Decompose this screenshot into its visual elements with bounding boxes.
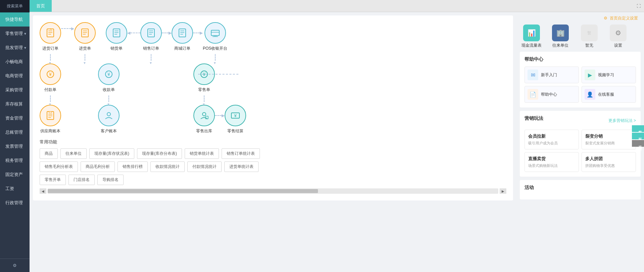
btn-contacts[interactable]: 往来单位 xyxy=(60,148,87,159)
sidebar-item-wholesale[interactable]: 批发管理 ▼ xyxy=(0,41,30,55)
contacts-icon: 🏢 xyxy=(552,25,569,41)
content-area: 进货订单 ▶ 进货单 xyxy=(30,12,644,272)
activity-card: 活动 xyxy=(520,180,641,199)
scroll-right-button[interactable]: ▶ xyxy=(500,188,506,194)
qa-contacts[interactable]: 🏢 往来单位 xyxy=(549,25,572,48)
sidebar-item-ecommerce-mgmt[interactable]: 电商管理 xyxy=(0,69,30,83)
svg-rect-12 xyxy=(148,29,154,37)
scroll-thumb xyxy=(48,189,318,193)
node-receipt: ¥ 收款单 xyxy=(98,63,120,102)
marketing-item-live[interactable]: 直播卖货 场景式购物新玩法 xyxy=(524,152,579,172)
gear-icon: ⚙ xyxy=(604,16,608,20)
btn-retail-order[interactable]: 零售开单 xyxy=(40,175,66,185)
node-sales-slip: 销货单 xyxy=(106,22,127,51)
svg-rect-16 xyxy=(179,29,186,37)
sidebar-item-fixed-assets[interactable]: 固定资产 xyxy=(0,168,30,182)
search-menu-button[interactable]: 搜索菜单 xyxy=(0,0,30,12)
cashflow-icon: 📊 xyxy=(523,25,540,41)
btn-payment-stat[interactable]: 付款情况统计 xyxy=(187,162,222,172)
quick-access-area: 📊 现金流量表 🏢 往来单位 暂 暂无 ⚙ 设置 xyxy=(520,25,641,48)
activity-title: 活动 xyxy=(524,185,636,191)
horizontal-scrollbar: ◀ ▶ xyxy=(40,188,506,194)
right-panel: ⚙ 首页自定义设置 📊 现金流量表 🏢 往来单位 暂 暂无 ⚙ xyxy=(516,12,644,272)
node-retail-outbound: 零售出库 xyxy=(193,105,215,134)
help-center-title: 帮助中心 xyxy=(524,56,636,62)
scroll-track[interactable] xyxy=(48,188,498,194)
btn-store-rank[interactable]: 门店排名 xyxy=(68,175,95,185)
svg-point-36 xyxy=(202,112,206,116)
scroll-left-button[interactable]: ◀ xyxy=(40,188,46,194)
tab-home[interactable]: 首页 xyxy=(30,0,52,12)
gear-icon: ⚙ xyxy=(13,263,17,268)
common-functions-title: 常用功能 xyxy=(40,139,506,145)
sidebar-item-general-ledger[interactable]: 总账管理 xyxy=(0,125,30,139)
customize-header[interactable]: ⚙ 首页自定义设置 xyxy=(520,15,641,21)
docs-icon: 📄 xyxy=(527,89,538,100)
node-payment: ¥ 付款单 xyxy=(40,63,61,102)
sidebar-settings-button[interactable]: ⚙ xyxy=(0,259,30,272)
marketing-item-fission[interactable]: 裂变分销 裂变式发展分销商 xyxy=(582,130,636,149)
sidebar-item-retail[interactable]: 零售管理 ▼ xyxy=(0,27,30,41)
left-panel: 进货订单 ▶ 进货单 xyxy=(30,12,516,272)
svg-point-35 xyxy=(107,112,110,116)
help-item-support[interactable]: 👤 在线客服 xyxy=(582,86,636,103)
sidebar-item-ecommerce-small[interactable]: 小畅电商 xyxy=(0,55,30,69)
beginner-icon: ✉ xyxy=(527,70,538,80)
btn-guide-rank[interactable]: 导购排名 xyxy=(97,175,124,185)
btn-sales-profit[interactable]: 销售毛利分析表 xyxy=(40,162,78,172)
support-icon: 👤 xyxy=(585,89,595,100)
sidebar-item-salary[interactable]: 工资 xyxy=(0,182,30,196)
arrow-right-2: ▶ xyxy=(162,22,172,44)
sidebar: 搜索菜单 快捷导航 零售管理 ▼ 批发管理 ▼ 小畅电商 电商管理 采购管理 库… xyxy=(0,0,30,272)
float-buttons: 客服热线 服务社区 桌面快捷 xyxy=(632,125,644,147)
node-retail-settlement: ¥ 零售结算 xyxy=(225,105,246,134)
node-purchase-order: 进货订单 xyxy=(40,22,61,61)
node-supplier-account: 供应商账本 xyxy=(40,105,61,134)
help-item-docs[interactable]: 📄 帮助中心 xyxy=(524,86,579,103)
marketing-header: 营销玩法 更多营销玩法 > xyxy=(524,116,636,126)
btn-goods-profit[interactable]: 商品毛利分析 xyxy=(81,162,115,172)
btn-goods[interactable]: 商品 xyxy=(40,148,58,159)
svg-text:¥: ¥ xyxy=(49,72,52,77)
arrow-right-3: ▶ xyxy=(193,22,203,44)
btn-receipt-stat[interactable]: 收款情况统计 xyxy=(150,162,185,172)
svg-rect-4 xyxy=(82,29,88,37)
node-mall-order: 商城订单 xyxy=(172,22,193,51)
help-item-beginner[interactable]: ✉ 新手入门 xyxy=(524,66,579,83)
btn-sales-stat[interactable]: 销货单统计表 xyxy=(185,148,219,159)
common-functions: 常用功能 商品 往来单位 现存量(库存状况表) 现存量(库存分布表) 销货单统计… xyxy=(40,139,506,185)
float-desktop-shortcut[interactable]: 桌面快捷 xyxy=(632,140,644,147)
sidebar-item-admin[interactable]: 行政管理 xyxy=(0,196,30,210)
btn-sales-rank[interactable]: 销售排行榜 xyxy=(118,162,148,172)
marketing-item-member[interactable]: 会员拉新 吸引用户成为会员 xyxy=(524,130,579,149)
qa-cashflow[interactable]: 📊 现金流量表 xyxy=(520,25,543,48)
marketing-card: 营销玩法 更多营销玩法 > 会员拉新 吸引用户成为会员 裂变分销 裂变式发展分销… xyxy=(520,111,641,177)
sidebar-item-quick-nav[interactable]: 快捷导航 xyxy=(0,12,30,27)
btn-stock-dist[interactable]: 现存量(库存分布表) xyxy=(137,148,182,159)
search-menu-label: 搜索菜单 xyxy=(7,4,23,8)
btn-sales-order-stat[interactable]: 销售订单统计表 xyxy=(222,148,260,159)
sidebar-item-invoice[interactable]: 发票管理 xyxy=(0,139,30,153)
fullscreen-button[interactable]: ⛶ xyxy=(633,4,644,8)
node-customer-account: 客户账本 xyxy=(98,105,120,134)
svg-rect-0 xyxy=(47,29,54,37)
float-customer-service[interactable]: 客服热线 xyxy=(632,125,644,132)
svg-text:¥: ¥ xyxy=(234,113,237,118)
marketing-item-group[interactable]: 多人拼团 拼团购物享受优惠 xyxy=(582,152,636,172)
marketing-more-link[interactable]: 更多营销玩法 > xyxy=(608,118,636,124)
sidebar-item-inventory[interactable]: 库存核算 xyxy=(0,97,30,111)
cf-row-3: 零售开单 门店排名 导购排名 xyxy=(40,175,506,185)
top-tabs: 首页 ⛶ xyxy=(30,0,644,12)
sidebar-item-purchase[interactable]: 采购管理 xyxy=(0,83,30,97)
btn-purchase-stat[interactable]: 进货单统计表 xyxy=(224,162,259,172)
node-pos: POS收银开台 xyxy=(203,22,227,61)
qa-settings[interactable]: ⚙ 设置 xyxy=(606,25,630,48)
help-item-video[interactable]: ▶ 视频学习 xyxy=(582,66,636,83)
float-community[interactable]: 服务社区 xyxy=(632,133,644,139)
svg-text:¥: ¥ xyxy=(107,72,110,77)
btn-stock-status[interactable]: 现存量(库存状况表) xyxy=(89,148,134,159)
sidebar-item-finance[interactable]: 资金管理 xyxy=(0,111,30,125)
cf-row-2: 销售毛利分析表 商品毛利分析 销售排行榜 收款情况统计 付款情况统计 进货单统计… xyxy=(40,162,506,172)
sidebar-item-tax[interactable]: 税务管理 xyxy=(0,153,30,168)
main-area: 首页 ⛶ 进货订单 xyxy=(30,0,644,272)
